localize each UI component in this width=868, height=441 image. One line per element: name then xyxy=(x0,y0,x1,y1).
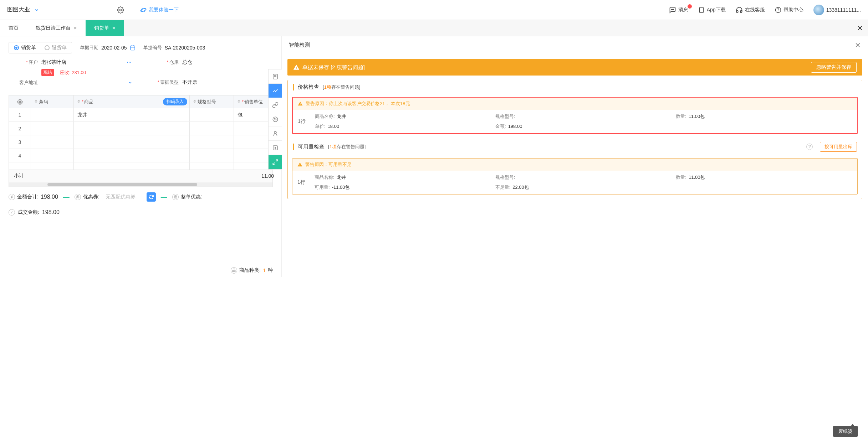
warning-icon xyxy=(298,101,303,106)
planet-icon xyxy=(140,7,147,13)
price-check-block: 价格检查 [1项存在警告问题] 警告原因：你上次与该客户交易价格21， 本次18… xyxy=(287,80,862,199)
online-service-link[interactable]: 在线客服 xyxy=(736,6,765,14)
rail-expand-icon[interactable] xyxy=(269,155,282,169)
th-unit[interactable]: *销售单位 xyxy=(234,95,272,108)
info-icon: 品 xyxy=(231,267,237,274)
company-selector[interactable]: 图图大业 xyxy=(7,6,107,14)
minus-icon: — xyxy=(63,193,70,201)
svg-point-2 xyxy=(140,8,147,12)
settle-badge: 现结 xyxy=(41,69,54,76)
svg-point-0 xyxy=(120,9,122,11)
table-settings-header[interactable] xyxy=(9,95,31,108)
radio-return-order[interactable]: 退货单 xyxy=(45,45,67,51)
section-bar xyxy=(293,84,294,90)
deal-amount: ✓ 成交金额: 198.00 xyxy=(0,207,281,218)
rail-link-icon[interactable] xyxy=(269,98,282,112)
smart-detection-panel: 智能检测 ✕ 单据未保存 [2 项警告问题] 忽略警告并保存 价格检查 [1项存… xyxy=(282,36,868,277)
warehouse-field[interactable]: *仓库 总仓 xyxy=(149,59,273,66)
messages-link[interactable]: 消息 xyxy=(669,6,688,14)
svg-rect-6 xyxy=(700,7,704,12)
help-icon xyxy=(775,7,781,13)
address-field[interactable]: 客户地址 xyxy=(9,79,132,86)
yen-icon: ¥ xyxy=(9,194,15,200)
rail-chart-icon[interactable] xyxy=(269,84,282,98)
rail-swap-icon[interactable] xyxy=(269,112,282,126)
help-icon[interactable]: ? xyxy=(806,144,813,150)
svg-rect-10 xyxy=(131,46,135,50)
coupon-input[interactable]: 无匹配优惠券 xyxy=(102,192,144,202)
company-name: 图图大业 xyxy=(7,6,30,14)
user-menu[interactable]: 13381111111... xyxy=(813,5,861,15)
th-product[interactable]: *商品 扫码录入 xyxy=(74,95,190,108)
divider xyxy=(130,5,130,15)
section-bar xyxy=(293,144,294,150)
order-discount-field[interactable]: 惠 整单优惠: xyxy=(172,194,202,200)
scan-entry-button[interactable]: 扫码录入 xyxy=(163,98,187,105)
table-row[interactable]: 4 xyxy=(9,149,272,162)
radio-sales-order[interactable]: 销货单 xyxy=(14,45,36,51)
svg-point-18 xyxy=(273,117,278,122)
th-barcode[interactable]: 条码 xyxy=(31,95,74,108)
output-by-available-button[interactable]: 按可用量出库 xyxy=(820,142,857,152)
gear-icon[interactable] xyxy=(117,6,124,14)
gear-icon xyxy=(17,99,23,105)
doc-type-radio-group: 销货单 退货单 xyxy=(9,42,72,53)
tab-home[interactable]: 首页 xyxy=(0,20,27,36)
doc-date-field[interactable]: 单据日期 2020-02-05 xyxy=(80,45,136,51)
chevron-down-icon xyxy=(128,81,132,85)
warning-icon xyxy=(293,64,300,71)
tabs-row: 首页 钱货日清工作台 ✕ 销货单 ✕ ✕ xyxy=(0,20,868,36)
doc-number-field: 单据编号 SA-20200205-003 xyxy=(143,45,205,51)
items-table: 条码 *商品 扫码录入 规格型号 *销售单位 1 龙井 包 xyxy=(9,95,273,187)
table-row[interactable]: 1 龙井 包 xyxy=(9,108,272,122)
refresh-button[interactable] xyxy=(147,192,156,202)
tab-workbench[interactable]: 钱货日清工作台 ✕ xyxy=(27,20,86,36)
phone-icon xyxy=(698,6,705,14)
horizontal-scrollbar[interactable] xyxy=(9,182,272,187)
svg-point-14 xyxy=(19,101,21,103)
ignore-save-button[interactable]: 忽略警告并保存 xyxy=(811,62,857,73)
headset-icon xyxy=(736,6,743,14)
th-spec[interactable]: 规格型号 xyxy=(190,95,234,108)
warning-icon xyxy=(297,162,302,167)
calendar-icon xyxy=(130,45,136,51)
notification-dot xyxy=(688,4,692,9)
rail-money-icon[interactable] xyxy=(269,141,282,155)
svg-line-22 xyxy=(273,163,275,165)
refresh-icon xyxy=(149,194,154,199)
table-row[interactable]: 2 xyxy=(9,122,272,135)
table-subtotal: 小计 11.00 xyxy=(9,170,272,182)
close-panel-button[interactable]: ✕ xyxy=(855,41,861,50)
price-warning-card: 警告原因：你上次与该客户交易价格21， 本次18元 1行 商品名称:龙井 规格型… xyxy=(292,97,858,134)
rail-user-icon[interactable] xyxy=(269,126,282,141)
svg-point-3 xyxy=(671,9,672,10)
discount-icon: 惠 xyxy=(172,194,179,200)
warning-banner: 单据未保存 [2 项警告问题] 忽略警告并保存 xyxy=(287,59,862,76)
panel-title: 智能检测 xyxy=(289,42,310,48)
top-bar: 图图大业 我要体验一下 消息 App下载 在线客服 xyxy=(0,0,868,20)
svg-point-4 xyxy=(672,9,673,10)
avatar xyxy=(813,5,824,15)
side-toolbar xyxy=(268,69,282,170)
chevron-down-icon xyxy=(34,7,39,12)
table-row[interactable] xyxy=(9,162,272,170)
rail-doc-icon[interactable] xyxy=(269,69,282,84)
invoice-type-field[interactable]: *票据类型 不开票 xyxy=(149,79,273,85)
svg-point-5 xyxy=(673,9,674,10)
scrollbar-thumb[interactable] xyxy=(47,183,197,186)
deal-icon: ✓ xyxy=(9,209,15,216)
more-icon[interactable]: ⋯ xyxy=(127,59,132,65)
help-center-link[interactable]: 帮助中心 xyxy=(775,7,803,13)
tab-sales-order[interactable]: 销货单 ✕ xyxy=(86,20,124,36)
stock-warning-card: 警告原因：可用量不足 1行 商品名称:龙井 规格型号: 数量:11.00包 可用… xyxy=(292,158,858,194)
close-icon[interactable]: ✕ xyxy=(112,26,116,31)
coupon-field[interactable]: 券 优惠券: 无匹配优惠券 xyxy=(75,192,156,202)
app-download-link[interactable]: App下载 xyxy=(698,6,726,14)
svg-point-19 xyxy=(274,131,276,134)
try-experience-link[interactable]: 我要体验一下 xyxy=(140,7,179,13)
customer-field[interactable]: *客户 老张茶叶店 ⋯ xyxy=(9,59,132,66)
close-icon[interactable]: ✕ xyxy=(73,26,77,31)
totals-row: ¥ 金额合计: 198.00 — 券 优惠券: 无匹配优惠券 — 惠 整单优惠: xyxy=(0,187,281,207)
close-all-tabs[interactable]: ✕ xyxy=(852,20,868,36)
table-row[interactable]: 3 xyxy=(9,135,272,149)
